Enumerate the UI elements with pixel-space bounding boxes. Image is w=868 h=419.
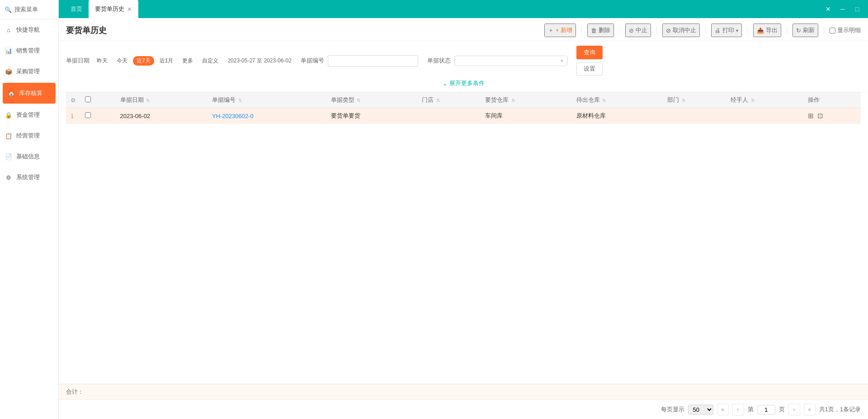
status-select[interactable]: ▾ xyxy=(454,56,567,66)
sidebar-item-operations[interactable]: 📋 经营管理 xyxy=(0,125,58,146)
export-button[interactable]: 📤 导出 xyxy=(753,24,781,37)
gear-icon: ⚙ xyxy=(5,173,13,181)
sidebar-item-finance[interactable]: 🔒 资金管理 xyxy=(0,105,58,125)
sort-handler-icon[interactable]: ⇅ xyxy=(751,98,755,103)
th-req-warehouse: 要货仓库 ⇅ xyxy=(481,92,571,108)
refresh-button[interactable]: ↻ 刷新 xyxy=(793,24,818,37)
delete-label: 删除 xyxy=(599,26,610,34)
first-page-btn[interactable]: « xyxy=(717,404,729,415)
filter-status: 单据状态 ▾ xyxy=(427,56,567,66)
row-req-warehouse: 车间库 xyxy=(485,112,503,119)
sort-department-icon[interactable]: ⇅ xyxy=(682,98,685,103)
view-action-btn[interactable]: ⊞ xyxy=(808,112,814,120)
expand-down-icon: ⌄ xyxy=(443,80,448,87)
sidebar-item-quick-nav[interactable]: ⌂ 快捷导航 xyxy=(0,19,58,40)
sidebar-item-inventory[interactable]: 🏠 库存核算 xyxy=(3,83,56,104)
select-all-checkbox[interactable] xyxy=(85,96,91,102)
chevron-down-icon: ▾ xyxy=(561,58,563,64)
delete-button[interactable]: 🗑 删除 xyxy=(587,24,614,37)
cancel-stop-icon: ⊘ xyxy=(666,27,671,34)
row-doc-number[interactable]: YH-20230602-0 xyxy=(212,113,254,119)
th-date: 单据日期 ⇅ xyxy=(116,92,208,108)
page-size-select[interactable]: 50 100 200 xyxy=(688,405,713,415)
tab-home[interactable]: 首页 xyxy=(64,0,89,18)
td-date: 2023-06-02 xyxy=(116,108,208,124)
th-handler: 经手人 ⇅ xyxy=(726,92,803,108)
new-button[interactable]: ＋ + 新增 xyxy=(544,24,576,37)
sidebar-item-system[interactable]: ⚙ 系统管理 xyxy=(0,167,58,188)
pagination-info: 共1页，1条记录 xyxy=(819,405,861,414)
td-checkbox xyxy=(80,108,116,124)
window-close-btn[interactable]: ✕ xyxy=(823,4,834,14)
refresh-label: 刷新 xyxy=(803,26,815,34)
filter-row-1: 单据日期 昨天 今天 近7天 近1月 更多 自定义 2023-05-27 至 2… xyxy=(66,46,861,76)
th-type: 单据类型 ⇅ xyxy=(326,92,417,108)
sidebar-item-label: 经营管理 xyxy=(16,132,40,140)
date-pill-more[interactable]: 更多 xyxy=(179,56,197,66)
th-store: 门店 ⇅ xyxy=(417,92,481,108)
date-pill-yesterday[interactable]: 昨天 xyxy=(93,56,111,66)
th-settings[interactable]: ⚙ xyxy=(66,92,80,108)
table-header-row: ⚙ 单据日期 ⇅ 单据编号 ⇅ 单据类型 xyxy=(66,92,861,108)
sidebar-item-basics[interactable]: 📄 基础信息 xyxy=(0,146,58,167)
th-action: 操作 xyxy=(803,92,861,108)
date-pill-1month[interactable]: 近1月 xyxy=(156,56,177,66)
top-bar-icons: ✕ ─ □ xyxy=(823,4,863,14)
display-detail-checkbox-input[interactable] xyxy=(830,28,835,33)
settings-button[interactable]: 设置 xyxy=(576,62,603,76)
td-store xyxy=(417,108,481,124)
doc-icon: 📄 xyxy=(5,152,13,161)
top-bar: 首页 要货单历史 ✕ ✕ ─ □ xyxy=(59,0,868,18)
th-type-label: 单据类型 xyxy=(331,96,354,103)
tab-close-icon[interactable]: ✕ xyxy=(127,6,132,13)
sidebar-item-purchase[interactable]: 📦 采购管理 xyxy=(0,61,58,82)
doc-number-input[interactable] xyxy=(328,55,418,67)
th-number-label: 单据编号 xyxy=(212,96,236,103)
sort-store-icon[interactable]: ⇅ xyxy=(436,98,440,103)
sort-req-warehouse-icon[interactable]: ⇅ xyxy=(511,98,515,103)
sort-date-icon[interactable]: ⇅ xyxy=(146,98,150,103)
table-wrapper: ⚙ 单据日期 ⇅ 单据编号 ⇅ 单据类型 xyxy=(59,92,868,384)
print-button[interactable]: 🖨 打印 ▾ xyxy=(711,24,742,37)
window-maximize-btn[interactable]: □ xyxy=(852,4,863,14)
date-pill-custom[interactable]: 自定义 xyxy=(198,56,222,66)
page-number-input[interactable] xyxy=(757,405,775,414)
page-title: 要货单历史 xyxy=(66,25,107,36)
sort-pending-warehouse-icon[interactable]: ⇅ xyxy=(602,98,606,103)
query-button[interactable]: 查询 xyxy=(576,46,603,59)
date-filter-label: 单据日期 xyxy=(66,57,90,65)
cancel-stop-button[interactable]: ⊘ 取消中止 xyxy=(662,24,700,37)
th-date-label: 单据日期 xyxy=(120,96,144,103)
tab-requisition-history[interactable]: 要货单历史 ✕ xyxy=(89,0,138,18)
td-pending-warehouse: 原材料仓库 xyxy=(572,108,663,124)
edit-action-btn[interactable]: ⊡ xyxy=(817,112,823,120)
sidebar-search[interactable]: 🔍 搜索菜单 xyxy=(0,0,58,19)
sort-type-icon[interactable]: ⇅ xyxy=(357,98,360,103)
date-pill-7days[interactable]: 近7天 xyxy=(133,56,154,66)
sort-number-icon[interactable]: ⇅ xyxy=(238,98,242,103)
divider-1 xyxy=(581,27,582,34)
row-checkbox[interactable] xyxy=(85,112,91,118)
window-minimize-btn[interactable]: ─ xyxy=(837,4,848,14)
export-icon: 📤 xyxy=(757,27,764,34)
page-header: 要货单历史 ＋ + 新增 🗑 删除 ⊘ 中止 xyxy=(59,18,868,41)
filter-doc-number: 单据编号 xyxy=(301,55,418,67)
action-icons: ⊞ ⊡ xyxy=(808,112,856,120)
export-label: 导出 xyxy=(766,26,778,34)
prev-page-btn[interactable]: ‹ xyxy=(732,404,744,415)
filter-date: 单据日期 昨天 今天 近7天 近1月 更多 自定义 2023-05-27 至 2… xyxy=(66,56,292,66)
table-row: 1 2023-06-02 YH-20230602-0 要货单要货 车间库 原材料… xyxy=(66,108,861,124)
divider-2 xyxy=(619,27,620,34)
next-page-btn[interactable]: › xyxy=(788,404,800,415)
date-pill-today[interactable]: 今天 xyxy=(113,56,131,66)
stop-button[interactable]: ⊘ 中止 xyxy=(625,24,651,37)
display-detail-toggle[interactable]: 显示明细 xyxy=(830,26,861,34)
tab-requisition-label: 要货单历史 xyxy=(95,5,124,13)
toolbar: ＋ + 新增 🗑 删除 ⊘ 中止 ⊘ xyxy=(544,24,861,37)
sidebar-item-label: 销售管理 xyxy=(16,47,40,55)
expand-label: 展开更多条件 xyxy=(449,79,485,87)
expand-more-btn[interactable]: ⌄ 展开更多条件 xyxy=(66,79,861,87)
page-label: 第 xyxy=(748,405,754,414)
sidebar-item-sales[interactable]: 📊 销售管理 xyxy=(0,40,58,61)
last-page-btn[interactable]: » xyxy=(804,404,816,415)
